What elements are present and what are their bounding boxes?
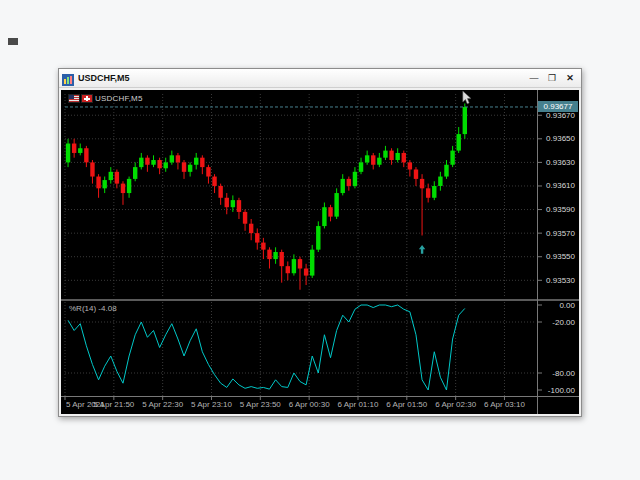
desktop: USDCHF,M5 — ❐ ✕ 5 Apr 20215 Apr 21:505 A…	[0, 0, 640, 480]
candle-body	[444, 165, 448, 177]
candle-body	[267, 250, 271, 259]
time-axis-label: 6 Apr 01:10	[338, 400, 379, 409]
candle-body	[402, 153, 406, 162]
window-titlebar[interactable]: USDCHF,M5 — ❐ ✕	[59, 69, 581, 88]
price-axis-label: 0.93530	[546, 276, 575, 285]
indicator-label: %R(14) -4.08	[69, 304, 117, 313]
candle-body	[341, 179, 345, 193]
candle-body	[414, 169, 418, 178]
app-chart-icon	[62, 72, 74, 84]
candle-body	[359, 162, 363, 171]
candle-body	[279, 252, 283, 266]
minimize-button[interactable]: —	[525, 71, 543, 85]
candle-body	[96, 177, 100, 189]
candle-body	[438, 177, 442, 186]
price-axis-label: 0.93610	[546, 181, 575, 190]
wpr-line	[68, 305, 465, 390]
mouse-cursor-icon	[463, 91, 471, 104]
candle-body	[371, 155, 375, 164]
candle-body	[237, 200, 241, 212]
price-axis-label: 0.93570	[546, 229, 575, 238]
time-axis-label: 5 Apr 21:50	[93, 400, 134, 409]
price-axis-label: 0.93630	[546, 158, 575, 167]
candle-body	[322, 207, 326, 226]
candle-body	[304, 269, 308, 276]
candle-body	[127, 179, 131, 193]
time-axis-label: 5 Apr 22:30	[142, 400, 183, 409]
wpr-axis-label: -80.00	[552, 369, 575, 378]
candle-body	[249, 224, 253, 233]
price-axis-label: 0.93590	[546, 205, 575, 214]
candle-body	[243, 212, 247, 224]
candle-body	[310, 250, 314, 276]
symbol-badge: USDCHF,M5	[69, 94, 143, 103]
screen-artifact	[8, 38, 18, 45]
candle-body	[334, 193, 338, 217]
candle-body	[206, 167, 210, 176]
candle-body	[420, 179, 424, 188]
candle-body	[377, 158, 381, 165]
candle-body	[273, 252, 277, 259]
candle-body	[353, 172, 357, 186]
time-axis-label: 6 Apr 03:10	[484, 400, 525, 409]
candle-body	[225, 198, 229, 207]
candle-body	[121, 184, 125, 193]
maximize-button[interactable]: ❐	[543, 71, 561, 85]
candle-body	[457, 134, 461, 151]
candle-body	[115, 172, 119, 184]
candle-body	[182, 162, 186, 171]
candle-body	[408, 162, 412, 169]
candle-body	[102, 180, 106, 188]
chart-window[interactable]: USDCHF,M5 — ❐ ✕ 5 Apr 20215 Apr 21:505 A…	[58, 68, 582, 417]
candle-body	[151, 160, 155, 165]
candle-body	[109, 172, 113, 180]
candle-body	[164, 162, 168, 168]
candle-body	[133, 167, 137, 179]
candle-body	[218, 186, 222, 198]
candle-body	[84, 148, 88, 162]
candle-body	[347, 179, 351, 186]
candle-body	[426, 188, 430, 197]
candle-body	[463, 107, 467, 134]
candle-body	[170, 155, 174, 162]
candle-body	[389, 151, 393, 160]
ch-flag-icon	[82, 95, 92, 102]
time-axis-label: 5 Apr 23:50	[240, 400, 281, 409]
candle-body	[395, 153, 399, 160]
candle-body	[176, 155, 180, 162]
wpr-axis-label: -20.00	[552, 318, 575, 327]
chart-client-area[interactable]: 5 Apr 20215 Apr 21:505 Apr 22:305 Apr 23…	[61, 90, 579, 414]
close-button[interactable]: ✕	[561, 71, 579, 85]
wpr-axis-label: 0.00	[559, 301, 575, 310]
us-flag-icon	[69, 95, 79, 102]
candle-body	[212, 177, 216, 186]
candle-body	[72, 144, 76, 153]
wpr-axis-label: -100.00	[548, 386, 576, 395]
candle-body	[298, 259, 302, 268]
time-axis-label: 6 Apr 02:30	[435, 400, 476, 409]
candle-body	[200, 158, 204, 167]
candle-body	[261, 243, 265, 250]
candle-body	[316, 226, 320, 250]
candle-body	[292, 259, 296, 273]
candle-body	[139, 158, 143, 167]
time-axis-label: 6 Apr 00:30	[289, 400, 330, 409]
candle-body	[432, 186, 436, 198]
current-price-badge: 0.93677	[538, 101, 578, 112]
candle-body	[90, 162, 94, 176]
candle-body	[383, 151, 387, 158]
candle-body	[157, 160, 161, 168]
price-axis-label: 0.93650	[546, 134, 575, 143]
candle-body	[255, 233, 259, 242]
window-title: USDCHF,M5	[78, 73, 525, 83]
candle-body	[286, 266, 290, 273]
buy-arrow-marker	[419, 245, 425, 254]
chart-canvas[interactable]: 5 Apr 20215 Apr 21:505 Apr 22:305 Apr 23…	[61, 90, 579, 414]
time-axis-label: 6 Apr 01:50	[386, 400, 427, 409]
candle-body	[188, 165, 192, 172]
price-axis-label: 0.93550	[546, 252, 575, 261]
candle-body	[231, 200, 235, 207]
candle-body	[450, 151, 454, 165]
symbol-label: USDCHF,M5	[95, 94, 143, 103]
candle-body	[145, 158, 149, 165]
